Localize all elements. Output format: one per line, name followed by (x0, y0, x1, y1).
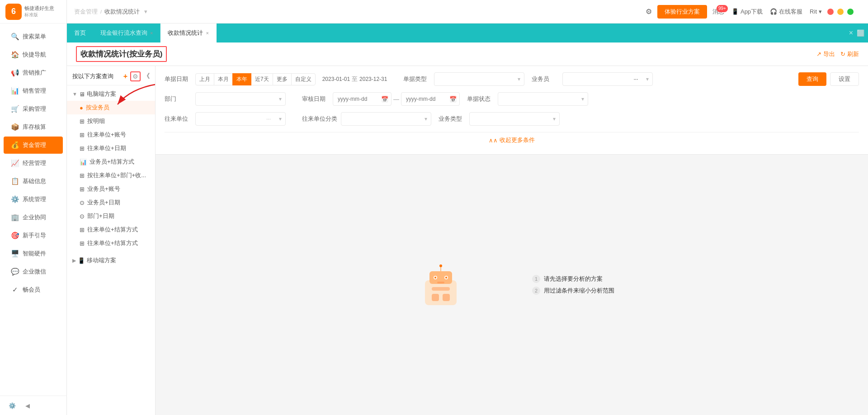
scheme-item-unit-settle1[interactable]: ⊞ 往来单位+结算方式 (67, 223, 155, 236)
content-area: 按以下方案查询 + ⚙ 《 ▼ 🖥 电脑端方案 ● 按业务员 (67, 66, 868, 415)
scheme-item-unit-account[interactable]: ⊞ 往来单位+账号 (67, 128, 155, 141)
export-btn[interactable]: ↗ 导出 (816, 50, 835, 58)
right-content: 单据日期 上月 本月 本年 近7天 更多 自定义 2023-01-01 至 (156, 66, 868, 415)
business-type-select[interactable] (469, 112, 560, 126)
sidebar-item-system[interactable]: ⚙️ 系统管理 (4, 191, 63, 208)
sales-icon: 📊 (11, 87, 19, 95)
scheme-group-desktop-title[interactable]: ▼ 🖥 电脑端方案 (67, 87, 155, 101)
panel-collapse-btn[interactable]: 《 (143, 72, 150, 80)
scheme-item-unit-settle2[interactable]: ⊞ 往来单位+结算方式 (67, 236, 155, 250)
export-icon: ↗ (816, 51, 821, 57)
sidebar-item-label: 企业微信 (23, 268, 46, 276)
record-status-select[interactable] (498, 92, 588, 106)
sidebar-item-operation[interactable]: 📈 经营管理 (4, 155, 63, 172)
settings-bottom-icon[interactable]: ⚙️ (7, 401, 17, 410)
collapse-icon[interactable]: ◀ (23, 401, 33, 410)
date-tab-7days[interactable]: 近7天 (251, 73, 273, 85)
maximize-window-btn[interactable] (847, 9, 854, 15)
sidebar-item-hardware[interactable]: 🖥️ 智能硬件 (4, 245, 63, 262)
svg-point-5 (434, 277, 436, 278)
review-start-input[interactable]: 📅 (333, 92, 392, 106)
scheme-item-sales-account[interactable]: ⊞ 业务员+账号 (67, 182, 155, 196)
date-tab-more[interactable]: 更多 (273, 73, 292, 85)
business-type-label: 业务类型 (439, 115, 466, 123)
close-all-tabs-icon[interactable]: × (849, 29, 853, 37)
sidebar-item-search[interactable]: 🔍 搜索菜单 (4, 28, 63, 45)
tab-close-receivables[interactable]: × (206, 30, 208, 36)
sidebar-item-finance[interactable]: 💰 资金管理 (4, 137, 63, 154)
dept-select[interactable] (195, 92, 286, 106)
app-logo-icon: 6 (5, 4, 22, 20)
scheme-group-mobile: ▶ 📱 移动端方案 (67, 252, 155, 269)
filter-row-1: 单据日期 上月 本月 本年 近7天 更多 自定义 2023-01-01 至 (165, 72, 859, 86)
filter-row-3: 往来单位 ··· 往来单位分类 业务类型 (165, 112, 859, 126)
topbar-gear-icon[interactable]: ⚙ (646, 7, 652, 16)
tab-close-bank[interactable]: × (150, 30, 153, 36)
scheme-item-by-salesperson[interactable]: ● 按业务员 (67, 101, 155, 114)
calendar-start-icon: 📅 (381, 96, 388, 103)
notification-icon[interactable]: 消息 99+ (712, 8, 724, 16)
user-name[interactable]: Rit ▾ (810, 8, 822, 15)
date-tab-this-month[interactable]: 本月 (214, 73, 233, 85)
date-tab-this-year[interactable]: 本年 (232, 73, 251, 85)
minimize-window-btn[interactable] (837, 9, 844, 15)
filter-settings-btn[interactable]: 设置 (830, 72, 859, 86)
online-service-link[interactable]: 🎧 在线客服 (770, 8, 802, 16)
tab-bank-flow[interactable]: 现金银行流水查询 × (93, 24, 160, 42)
date-tab-last-month[interactable]: 上月 (195, 73, 214, 85)
query-btn[interactable]: 查询 (798, 72, 826, 86)
scheme-item-dept-date[interactable]: ⊙ 部门+日期 (67, 209, 155, 223)
sidebar-item-label: 新手引导 (23, 231, 46, 240)
filter-review-date: 审核日期 📅 — 📅 (302, 92, 460, 106)
sidebar-item-member[interactable]: ✓ 畅会员 (4, 281, 63, 298)
date-tab-custom[interactable]: 自定义 (291, 73, 316, 85)
svg-rect-7 (437, 282, 444, 283)
tab-home[interactable]: 首页 (67, 24, 93, 42)
add-scheme-btn[interactable]: + (123, 72, 127, 80)
trial-btn[interactable]: 体验行业方案 (657, 5, 707, 19)
sidebar-item-wechat[interactable]: 💬 企业微信 (4, 263, 63, 280)
sidebar-item-purchase[interactable]: 🛒 采购管理 (4, 100, 63, 118)
salesperson-select[interactable]: ··· (562, 72, 653, 86)
sidebar-item-inventory[interactable]: 📦 库存核算 (4, 118, 63, 136)
sidebar-item-guide[interactable]: 🎯 新手引导 (4, 227, 63, 244)
partner-category-select[interactable] (341, 112, 431, 126)
empty-tip-2: 2 用过滤条件来缩小分析范围 (532, 287, 614, 295)
app-download-label: App下载 (741, 8, 763, 16)
review-end-input[interactable]: 📅 (401, 92, 460, 106)
scheme-settings-btn[interactable]: ⚙ (130, 71, 141, 81)
guide-icon: 🎯 (11, 231, 19, 240)
hardware-icon: 🖥️ (11, 250, 19, 258)
sidebar-item-quick-nav[interactable]: 🏠 快捷导航 (4, 46, 63, 63)
scheme-group-mobile-title[interactable]: ▶ 📱 移动端方案 (67, 254, 155, 267)
desktop-group-icon: 🖥 (79, 91, 85, 98)
filter-area: 单据日期 上月 本月 本年 近7天 更多 自定义 2023-01-01 至 (156, 66, 868, 155)
member-icon: ✓ (11, 286, 19, 294)
app-download-link[interactable]: 📱 App下载 (731, 8, 763, 16)
panel-header: 按以下方案查询 + ⚙ 《 (67, 66, 155, 85)
scheme-item-by-detail[interactable]: ⊞ 按明细 (67, 114, 155, 128)
sidebar-item-label: 库存核算 (23, 123, 46, 131)
refresh-btn[interactable]: ↻ 刷新 (840, 50, 859, 58)
scheme-item-unit-date[interactable]: ⊞ 往来单位+日期 (67, 141, 155, 155)
collapse-btn[interactable]: ∧∧ 收起更多条件 (165, 132, 859, 148)
partner-input[interactable]: ··· (195, 112, 286, 126)
scheme-item-unit-dept[interactable]: ⊞ 按往来单位+部门+收... (67, 169, 155, 182)
finance-icon: 💰 (11, 141, 19, 149)
sidebar-item-basic[interactable]: 📋 基础信息 (4, 173, 63, 190)
arrow-down-icon: ▼ (72, 91, 77, 97)
partner-dots-icon: ··· (266, 116, 273, 122)
close-window-btn[interactable] (827, 9, 834, 15)
record-type-select[interactable] (434, 72, 524, 86)
panel-title: 按以下方案查询 (72, 72, 113, 80)
scheme-item-sales-settle[interactable]: 📊 业务员+结算方式 (67, 155, 155, 169)
breadcrumb-dropdown-icon[interactable]: ▾ (144, 8, 147, 15)
filter-business-type: 业务类型 (439, 112, 560, 126)
sidebar-item-marketing[interactable]: 📢 营销推广 (4, 64, 63, 81)
restore-window-icon[interactable]: ⬜ (857, 29, 864, 37)
sidebar-item-enterprise[interactable]: 🏢 企业协同 (4, 209, 63, 226)
scheme-item-sales-date[interactable]: ⊙ 业务员+日期 (67, 196, 155, 209)
sidebar-item-sales[interactable]: 📊 销售管理 (4, 82, 63, 99)
svg-rect-8 (432, 287, 450, 291)
tab-receivables[interactable]: 收款情况统计 × (160, 24, 216, 42)
